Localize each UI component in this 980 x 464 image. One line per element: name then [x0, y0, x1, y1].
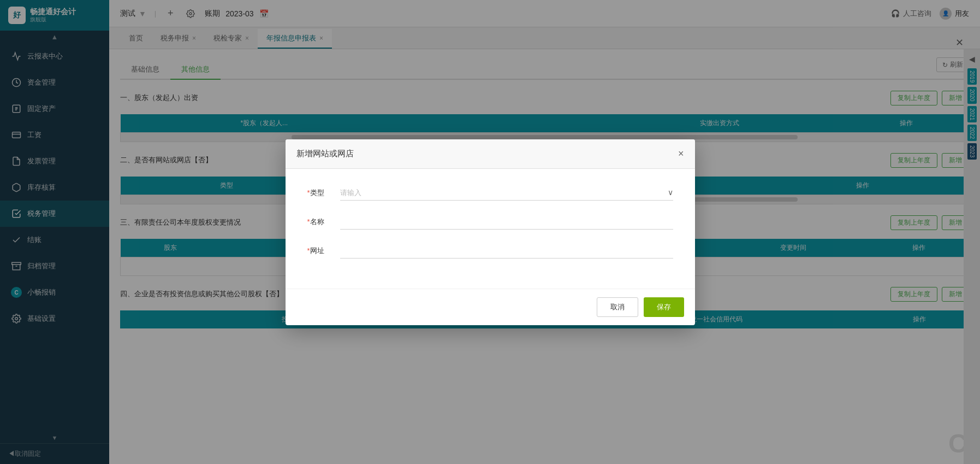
form-row-type: *类型 ∨: [307, 185, 673, 201]
save-button[interactable]: 保存: [644, 297, 684, 317]
modal-header: 新增网站或网店 ×: [286, 139, 695, 169]
name-input[interactable]: [340, 214, 673, 229]
dropdown-icon: ∨: [668, 188, 673, 197]
type-label: *类型: [307, 188, 340, 198]
url-input-wrapper: [340, 243, 673, 259]
cancel-button[interactable]: 取消: [597, 297, 638, 317]
required-star: *: [307, 189, 310, 197]
name-input-wrapper: [340, 214, 673, 230]
type-input-wrapper: ∨: [340, 185, 673, 201]
modal-close-button[interactable]: ×: [678, 148, 684, 160]
url-input[interactable]: [340, 243, 673, 258]
form-row-url: *网址: [307, 243, 673, 259]
modal-title: 新增网站或网店: [296, 149, 354, 159]
type-input[interactable]: [340, 185, 668, 200]
form-row-name: *名称: [307, 214, 673, 230]
modal-overlay: 新增网站或网店 × *类型 ∨ *名称: [0, 0, 980, 464]
modal-body: *类型 ∨ *名称 *网址: [286, 169, 695, 289]
required-star: *: [307, 246, 310, 255]
required-star: *: [307, 218, 310, 226]
modal-footer: 取消 保存: [286, 289, 695, 325]
modal-add-website: 新增网站或网店 × *类型 ∨ *名称: [286, 139, 695, 325]
url-label: *网址: [307, 246, 340, 256]
name-label: *名称: [307, 217, 340, 227]
